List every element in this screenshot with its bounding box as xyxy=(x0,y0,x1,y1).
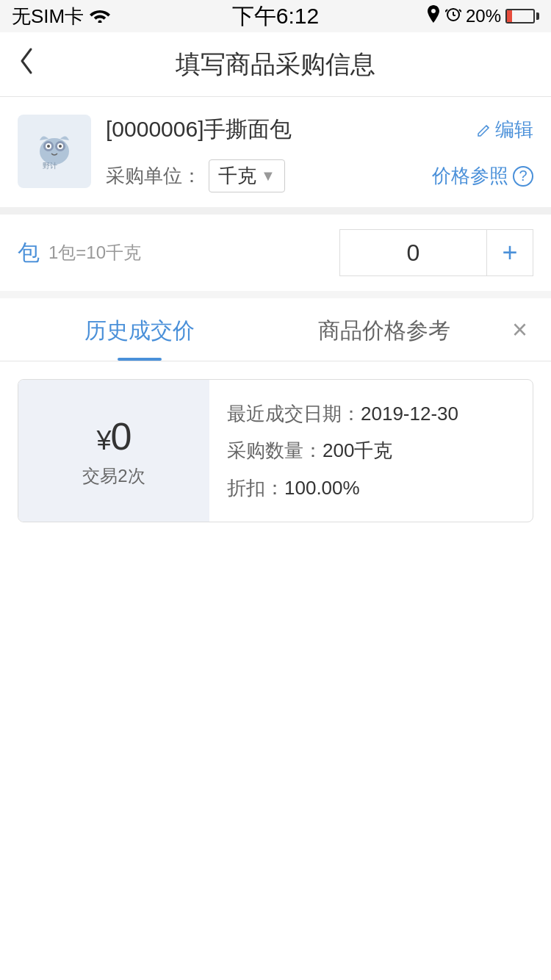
edit-button[interactable]: 编辑 xyxy=(476,117,533,143)
discount-row: 折扣：100.00% xyxy=(227,475,515,501)
discount-label: 折扣： xyxy=(227,477,284,499)
unit-select[interactable]: 千克 ▼ xyxy=(209,159,285,192)
trade-card: ¥0 交易2次 最近成交日期：2019-12-30 采购数量：200千克 折扣：… xyxy=(18,379,533,522)
product-section: 野计 [0000006]手撕面包 编辑 采购单位： 千克 ▼ xyxy=(0,97,551,207)
chevron-down-icon: ▼ xyxy=(261,167,276,184)
currency-symbol: ¥ xyxy=(97,425,111,455)
trade-price-value: 0 xyxy=(111,415,132,458)
status-right: 20% xyxy=(426,5,539,27)
trade-cards: ¥0 交易2次 最近成交日期：2019-12-30 采购数量：200千克 折扣：… xyxy=(0,361,551,540)
carrier-label: 无SIM卡 xyxy=(12,4,84,29)
trade-count: 交易2次 xyxy=(82,464,145,488)
svg-point-10 xyxy=(59,145,62,148)
tab-price-reference[interactable]: 商品价格参考 xyxy=(262,298,505,361)
quantity-input[interactable] xyxy=(339,229,486,276)
purchase-qty-row: 采购数量：200千克 xyxy=(227,437,515,464)
back-button[interactable] xyxy=(18,46,35,82)
unit-label: 采购单位： xyxy=(106,163,201,189)
divider xyxy=(0,207,551,215)
edit-label: 编辑 xyxy=(495,117,533,143)
status-time: 下午6:12 xyxy=(232,1,319,32)
trade-card-left: ¥0 交易2次 xyxy=(18,380,209,522)
quantity-left: 包 1包=10千克 xyxy=(18,238,141,268)
unit-value: 千克 xyxy=(218,163,256,189)
discount-value: 100.00% xyxy=(284,477,360,499)
alarm-icon xyxy=(445,6,461,26)
help-icon: ? xyxy=(513,166,533,187)
product-unit-row: 采购单位： 千克 ▼ 价格参照 ? xyxy=(106,159,533,192)
price-ref-label: 价格参照 xyxy=(432,163,508,189)
battery-icon xyxy=(505,9,539,24)
product-logo: 野计 xyxy=(32,126,76,178)
svg-point-4 xyxy=(40,138,69,165)
tabs-header: 历史成交价 商品价格参考 × xyxy=(0,298,551,361)
product-name: [0000006]手撕面包 xyxy=(106,115,292,145)
unit-box-label: 包 xyxy=(18,238,40,268)
wifi-icon xyxy=(90,5,110,28)
tab-close-button[interactable]: × xyxy=(506,303,533,357)
status-left: 无SIM卡 xyxy=(12,4,110,29)
purchase-qty-value: 200千克 xyxy=(323,439,392,461)
product-header: [0000006]手撕面包 编辑 xyxy=(106,115,533,145)
battery-percentage: 20% xyxy=(466,6,501,26)
page-title: 填写商品采购信息 xyxy=(176,48,375,82)
trade-card-right: 最近成交日期：2019-12-30 采购数量：200千克 折扣：100.00% xyxy=(209,380,533,522)
recent-date-value: 2019-12-30 xyxy=(361,403,458,425)
bottom-space xyxy=(0,540,551,980)
svg-point-9 xyxy=(47,145,50,148)
tabs-section: 历史成交价 商品价格参考 × ¥0 交易2次 最近成交日期：2019-12-30… xyxy=(0,298,551,540)
trade-price: ¥0 xyxy=(97,414,132,458)
tab-price-ref-label: 商品价格参考 xyxy=(318,318,450,342)
quantity-plus-button[interactable]: + xyxy=(486,229,533,276)
tab-history-price[interactable]: 历史成交价 xyxy=(18,298,262,361)
unit-conversion: 1包=10千克 xyxy=(48,241,141,264)
recent-date-label: 最近成交日期： xyxy=(227,403,361,425)
quantity-controls: + xyxy=(339,229,533,276)
price-ref-button[interactable]: 价格参照 ? xyxy=(432,163,533,189)
svg-text:野计: 野计 xyxy=(43,162,57,170)
product-info: [0000006]手撕面包 编辑 采购单位： 千克 ▼ 价格参照 ? xyxy=(106,115,533,192)
quantity-section: 包 1包=10千克 + xyxy=(0,215,551,291)
unit-left: 采购单位： 千克 ▼ xyxy=(106,159,285,192)
svg-point-0 xyxy=(98,20,102,23)
tab-history-label: 历史成交价 xyxy=(84,318,195,342)
product-thumbnail: 野计 xyxy=(18,115,91,188)
purchase-qty-label: 采购数量： xyxy=(227,439,323,461)
status-bar: 无SIM卡 下午6:12 20% xyxy=(0,0,551,32)
recent-date-row: 最近成交日期：2019-12-30 xyxy=(227,400,515,427)
nav-bar: 填写商品采购信息 xyxy=(0,32,551,97)
location-icon xyxy=(426,5,441,27)
